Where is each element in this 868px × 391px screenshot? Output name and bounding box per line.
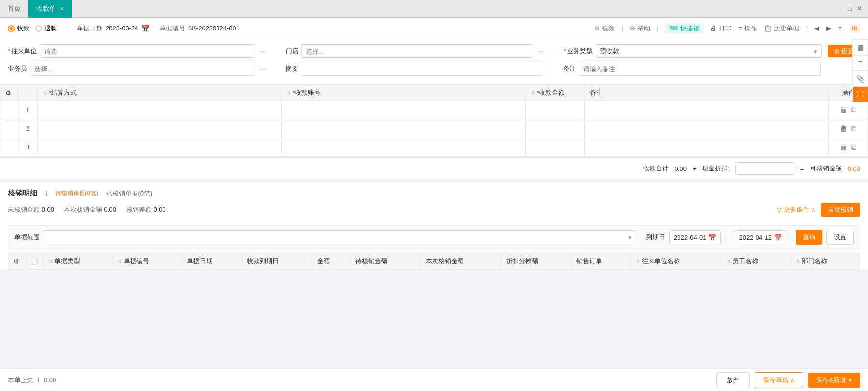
auto-verify-button[interactable]: 自动核销	[821, 203, 860, 217]
note-cell-3[interactable]	[585, 138, 829, 157]
tab-receipt[interactable]: 收款单 ×	[28, 0, 72, 18]
video-btn[interactable]: ⊙ 视频	[595, 24, 615, 33]
account-input-1[interactable]	[282, 101, 525, 119]
print-btn[interactable]: 🖨 打印	[710, 24, 732, 33]
discount-input[interactable]	[735, 162, 794, 175]
col-note: 备注	[585, 85, 829, 101]
settle-cell-3[interactable]	[38, 138, 282, 157]
printer-icon: 🖨	[710, 25, 717, 32]
bill-no-field: 单据编号 SK-20230324-001	[160, 24, 240, 33]
save-new-button[interactable]: 保存&新增 ∧	[808, 373, 860, 388]
summary-input[interactable]	[301, 62, 543, 76]
sidebar-clip-icon[interactable]: 📎	[852, 71, 868, 86]
maximize-icon[interactable]: □	[848, 5, 852, 12]
amount-cell-2[interactable]	[526, 119, 585, 138]
store-input[interactable]	[301, 44, 533, 58]
copy-row-3-icon[interactable]: ⧉	[851, 143, 856, 152]
more-conditions-btn[interactable]: ▽ 更多条件 ∧	[777, 205, 816, 214]
tab-close-icon[interactable]: ×	[60, 5, 64, 12]
amount-input-2[interactable]	[526, 119, 584, 138]
settle-input-3[interactable]	[38, 138, 281, 156]
partner-input[interactable]	[40, 44, 255, 58]
history-btn[interactable]: 📋 历史单据	[764, 24, 799, 33]
footer-info-icon[interactable]: ℹ	[37, 376, 40, 384]
amount-cell-1[interactable]	[526, 101, 585, 119]
bill-range-select[interactable]: ▾	[44, 230, 636, 244]
nav-prev-icon[interactable]: ◀	[814, 25, 819, 32]
filter-row: 单据范围 ▾ 到期日 2022-04-01 📅 — 2022-04-12 📅 查…	[8, 225, 860, 249]
amount-cell-3[interactable]	[526, 138, 585, 157]
query-button[interactable]: 查询	[796, 230, 822, 245]
sort-staff-icon: ⇅	[727, 259, 731, 264]
copy-row-2-icon[interactable]: ⧉	[851, 124, 856, 133]
settle-cell-1[interactable]	[38, 101, 282, 119]
delete-row-1-icon[interactable]: 🗑	[840, 106, 848, 114]
calendar-icon[interactable]: 📅	[141, 25, 150, 32]
note-input-3[interactable]	[585, 138, 828, 156]
radio-dot-receipt	[8, 25, 15, 32]
account-input-3[interactable]	[282, 138, 525, 156]
copy-row-1-icon[interactable]: ⧉	[851, 106, 856, 114]
note-input-2[interactable]	[585, 119, 828, 138]
account-cell-1[interactable]	[282, 101, 526, 119]
chevron-down-icon: ▾	[814, 48, 817, 55]
filter-settings-button[interactable]: 设置	[826, 230, 854, 245]
help-btn[interactable]: ⊙ 帮助	[630, 24, 650, 33]
radio-receipt[interactable]: 收款	[8, 24, 29, 33]
note-input-1[interactable]	[585, 101, 828, 119]
col-num	[18, 85, 38, 101]
abandon-button[interactable]: 放弃	[716, 372, 750, 388]
grid-view-icon[interactable]: ⊞	[849, 24, 860, 33]
account-cell-3[interactable]	[282, 138, 526, 157]
top-toolbar: 收款 退款 单据日期 2023-03-24 📅 单据编号 SK-20230324…	[0, 18, 868, 39]
bill-range-field: 单据范围 ▾	[14, 230, 636, 244]
delete-row-3-icon[interactable]: 🗑	[840, 143, 848, 152]
date-to-field[interactable]: 2022-04-12 📅	[735, 230, 787, 244]
staff-more-icon[interactable]: ···	[260, 65, 266, 73]
account-input-2[interactable]	[282, 119, 525, 138]
ops-cell-3: 🗑 ⧉	[829, 138, 868, 157]
settle-input-2[interactable]	[38, 119, 281, 138]
account-cell-2[interactable]	[282, 119, 526, 138]
nav-next-icon[interactable]: ▶	[826, 25, 831, 32]
minimize-icon[interactable]: —	[837, 5, 843, 12]
staff-input[interactable]	[30, 62, 255, 76]
sidebar-expand-icon[interactable]: ⛶	[852, 86, 868, 102]
table-gear-icon[interactable]: ⚙	[5, 89, 11, 97]
amount-input-1[interactable]	[526, 101, 584, 119]
delete-row-2-icon[interactable]: 🗑	[840, 124, 848, 133]
partner-more-icon[interactable]: ···	[260, 47, 266, 55]
note-input[interactable]	[579, 62, 821, 76]
shortcut-btn[interactable]: ⌨ 快捷键	[665, 23, 704, 34]
list-view-icon[interactable]: ≡	[838, 25, 842, 32]
btable-gear-icon[interactable]: ⚙	[13, 258, 19, 265]
save-draft-button[interactable]: 保存草稿 ∧	[755, 372, 803, 388]
bcol-bill-date: 单据日期	[182, 253, 242, 270]
bcol-this-amount: 本次核销金额	[420, 253, 501, 270]
amount-input-3[interactable]	[526, 138, 584, 156]
header-checkbox[interactable]	[31, 258, 38, 265]
settle-cell-2[interactable]	[38, 119, 282, 138]
close-icon[interactable]: ✕	[857, 5, 862, 12]
sidebar-table-icon[interactable]: ▦	[852, 39, 868, 55]
sort-bill-no-icon: ⇅	[118, 259, 122, 264]
verify-stats: 未核销金额 0.00 本次核销金额 0.00 核销差额 0.00	[8, 205, 166, 214]
sidebar-list-icon[interactable]: ≡	[852, 55, 868, 71]
ops-btn[interactable]: ≡ 操作	[738, 24, 757, 33]
keyboard-icon: ⌨	[669, 25, 678, 32]
pending-tab[interactable]: 待核销单据(0笔)	[55, 189, 98, 197]
verify-info-icon[interactable]: ℹ	[45, 190, 48, 197]
radio-refund[interactable]: 退款	[35, 24, 57, 33]
footer-info: 本单上欠 ℹ 0.00	[8, 376, 56, 385]
date-from-field[interactable]: 2022-04-01 📅	[669, 230, 721, 244]
settle-input-1[interactable]	[38, 101, 281, 119]
tab-home[interactable]: 首页	[0, 0, 28, 18]
sort-icon-settle: ⇅	[43, 90, 47, 96]
note-cell-1[interactable]	[585, 101, 829, 119]
biz-type-select[interactable]: 预收款 ▾	[596, 44, 822, 58]
store-more-icon[interactable]: ···	[538, 47, 544, 55]
col-gear: ⚙	[0, 85, 18, 101]
bcol-partner: ⇅ 往来单位名称	[631, 253, 721, 270]
note-cell-2[interactable]	[585, 119, 829, 138]
calendar-to-icon: 📅	[774, 234, 782, 241]
